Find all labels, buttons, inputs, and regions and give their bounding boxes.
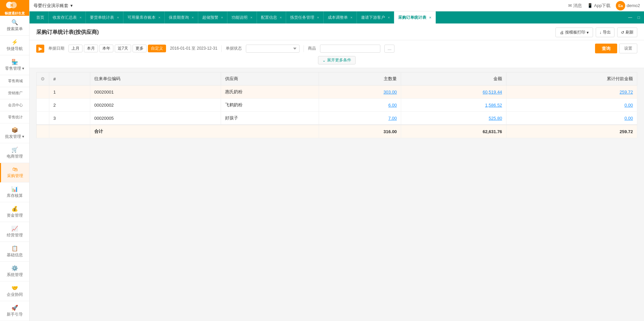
separator	[221, 45, 222, 52]
sidebar-item-system[interactable]: ⚙️ 系统管理	[0, 262, 30, 281]
filter-area: ▶ 单据日期 上月 本月 本年 近7天 更多 自定义 2016-01-01 至 …	[30, 40, 644, 68]
td-seq: 3	[49, 112, 90, 125]
sidebar-item-newbie[interactable]: 🚀 新手引导	[0, 301, 30, 321]
tab-cost-adjust[interactable]: 成本调整单 ×	[324, 11, 357, 23]
td-unit-code: 00020002	[90, 99, 221, 112]
wholesale-icon: 📦	[1, 127, 28, 133]
status-select-wrap	[246, 45, 300, 53]
td-supplier: 好孩子	[221, 112, 319, 125]
close-tab-icon[interactable]: ×	[429, 15, 431, 19]
close-tab-icon[interactable]: ×	[221, 15, 223, 19]
query-button[interactable]: 查询	[595, 44, 617, 53]
export-button[interactable]: ↓ 导出	[596, 28, 614, 37]
sidebar-item-retailshop[interactable]: 零售商城	[0, 75, 30, 87]
filter-toggle-button[interactable]: ▶	[36, 45, 44, 53]
close-tab-icon[interactable]: ×	[192, 15, 194, 19]
table-row: 3 00020005 好孩子 7.00 525.80 0.00	[37, 112, 637, 125]
tab-feature[interactable]: 功能说明 ×	[227, 11, 257, 23]
tab-overstock[interactable]: 超储预警 ×	[198, 11, 227, 23]
td-footer-amount: 62,631.76	[401, 125, 506, 138]
date-btn-7days[interactable]: 近7天	[115, 45, 131, 52]
chevron-down-icon: ▾	[22, 66, 24, 71]
sidebar-item-basic[interactable]: 📋 基础信息	[0, 242, 30, 262]
sidebar-item-marketing[interactable]: 营销推广	[0, 87, 30, 99]
td-footer-seq	[49, 125, 90, 138]
sidebar-item-ecom[interactable]: 🛒 电商管理	[0, 143, 30, 163]
sidebar-item-corp[interactable]: 🤝 企业协同	[0, 281, 30, 301]
status-select[interactable]	[246, 45, 300, 53]
minimize-button[interactable]: —	[627, 14, 634, 20]
expand-more-conditions-button[interactable]: ⌄ 展开更多条件	[318, 56, 356, 64]
td-settings	[37, 112, 49, 125]
lightning-icon: ⚡	[1, 39, 28, 45]
td-amount: 525.80	[401, 112, 506, 125]
date-btn-last-month[interactable]: 上月	[68, 45, 83, 52]
th-supplier: 供应商	[221, 72, 319, 86]
date-btn-this-year[interactable]: 本年	[99, 45, 113, 52]
tab-pick-task[interactable]: 拣货任务管理 ×	[286, 11, 323, 23]
th-seq: #	[49, 72, 90, 86]
newbie-icon: 🚀	[1, 305, 28, 311]
sidebar-item-quicknav[interactable]: ⚡ 快捷导航	[0, 36, 30, 55]
tab-config[interactable]: 配置信息 ×	[257, 11, 286, 23]
username-label: demo2	[627, 3, 640, 8]
close-tab-icon[interactable]: ×	[79, 15, 82, 19]
finance-icon: 💰	[1, 206, 28, 212]
close-tab-icon[interactable]: ×	[388, 15, 390, 19]
th-amount: 金额	[401, 72, 506, 86]
refresh-button[interactable]: ↺ 刷新	[617, 28, 637, 37]
close-tab-icon[interactable]: ×	[158, 15, 160, 19]
column-settings-icon[interactable]: ⚙	[41, 76, 45, 82]
status-label: 单据状态	[226, 46, 242, 51]
tab-order-stat[interactable]: 要货单统计表 ×	[86, 11, 123, 23]
date-btn-custom[interactable]: 自定义	[148, 45, 166, 52]
header-bar: 母婴行业演示账套 ▾ ✉ 消息 📱 App下载 Ea demo2	[30, 0, 644, 11]
td-main-qty: 303.00	[319, 86, 401, 99]
export-icon: ↓	[599, 30, 601, 35]
sidebar-item-retail[interactable]: 🏪 零售管理 ▾	[0, 55, 30, 75]
user-menu-button[interactable]: Ea demo2	[616, 1, 640, 10]
separator-2	[304, 45, 304, 52]
settings-button[interactable]: 设置	[619, 44, 637, 53]
app-download-button[interactable]: 📱 App下载	[587, 3, 610, 9]
print-button[interactable]: 🖨 按模板打印 ▾	[555, 28, 593, 37]
td-paid: 0.00	[506, 112, 637, 125]
table-body: 1 00020001 惠氏奶粉 303.00 60,519.44 259.72 …	[37, 86, 637, 125]
search-icon: 🔍	[1, 19, 28, 25]
tab-avail-stock[interactable]: 可用量库存账本 ×	[123, 11, 165, 23]
main-area: 母婴行业演示账套 ▾ ✉ 消息 📱 App下载 Ea demo2 首页	[30, 0, 644, 321]
sidebar-item-search[interactable]: 🔍 搜索菜单	[0, 16, 30, 36]
close-tab-icon[interactable]: ×	[351, 15, 353, 19]
product-input[interactable]	[320, 45, 380, 53]
sidebar-item-finance[interactable]: 💰 资金管理	[0, 202, 30, 222]
close-tab-icon[interactable]: ×	[117, 15, 119, 19]
sidebar-item-wholesale[interactable]: 📦 批发管理 ▾	[0, 123, 30, 143]
close-tab-icon[interactable]: ×	[250, 15, 252, 19]
sidebar: 通 畅捷通好生意 🔍 搜索菜单 ⚡ 快捷导航 🏪 零售管理 ▾ 零售商城 营销推…	[0, 0, 30, 321]
ecom-icon: 🛒	[1, 147, 28, 153]
message-button[interactable]: ✉ 消息	[568, 3, 582, 9]
maximize-button[interactable]: □	[636, 14, 641, 20]
sidebar-item-retailstat[interactable]: 零售统计	[0, 111, 30, 123]
date-btn-this-month[interactable]: 本月	[84, 45, 98, 52]
ops-icon: 📈	[1, 225, 28, 232]
sidebar-item-purchase[interactable]: 🛍 采购管理	[0, 163, 30, 182]
td-main-qty: 6.00	[319, 99, 401, 112]
avatar: Ea	[616, 1, 625, 10]
tab-invite-customer[interactable]: 邀请下游客户 ×	[357, 11, 394, 23]
sidebar-item-member[interactable]: 会员中心	[0, 99, 30, 111]
tab-warranty[interactable]: 保质期查询 ×	[165, 11, 198, 23]
tab-home[interactable]: 首页	[32, 11, 49, 23]
table-footer-row: 合计 316.00 62,631.76 259.72	[37, 125, 637, 138]
account-selector[interactable]: 母婴行业演示账套 ▾	[34, 3, 73, 9]
more-dots-button[interactable]: …	[384, 45, 394, 53]
date-btn-more[interactable]: 更多	[132, 45, 147, 52]
tab-receive-send[interactable]: 收发存汇总表 ×	[49, 11, 86, 23]
product-label: 商品	[308, 46, 316, 51]
sidebar-item-ops[interactable]: 📈 经营管理	[0, 222, 30, 242]
header-right: ✉ 消息 📱 App下载 Ea demo2	[568, 1, 640, 10]
close-tab-icon[interactable]: ×	[317, 15, 319, 19]
tab-purchase-stat[interactable]: 采购订单统计表 ×	[394, 11, 435, 23]
close-tab-icon[interactable]: ×	[280, 15, 282, 19]
sidebar-item-inventory[interactable]: 📊 库存核算	[0, 182, 30, 202]
